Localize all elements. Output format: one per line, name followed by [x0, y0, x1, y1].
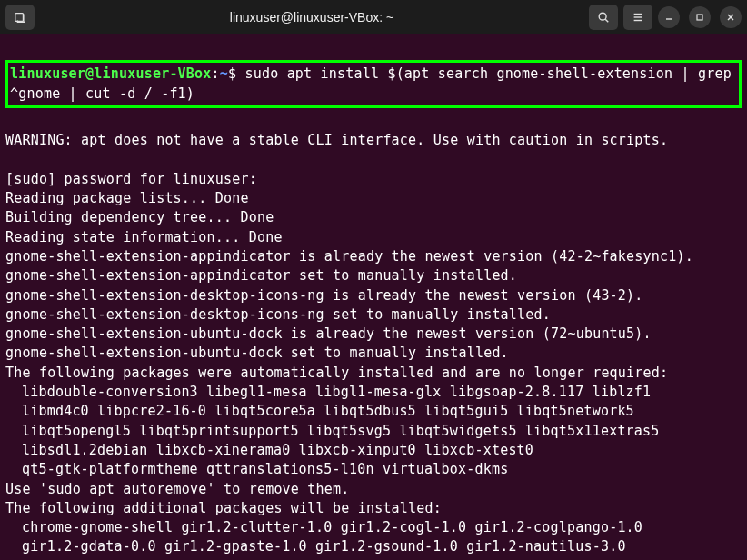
output-line: Reading package lists... Done [5, 190, 249, 206]
minimize-button[interactable] [658, 6, 680, 28]
output-line: Use 'sudo apt autoremove' to remove them… [5, 481, 349, 497]
output-line: gnome-shell-extension-appindicator set t… [5, 267, 517, 284]
output-line: gnome-shell-extension-desktop-icons-ng s… [5, 306, 551, 323]
output-line: gnome-shell-extension-ubuntu-dock is alr… [5, 325, 652, 342]
prompt-colon: : [212, 65, 220, 82]
prompt-user: linuxuser [10, 65, 85, 82]
output-line: The following additional packages will b… [5, 500, 442, 516]
output-line: gnome-shell-extension-desktop-icons-ng i… [5, 287, 643, 304]
svg-rect-7 [697, 15, 702, 20]
output-line: chrome-gnome-shell gir1.2-clutter-1.0 gi… [5, 518, 742, 537]
menu-button[interactable] [623, 5, 652, 30]
svg-rect-0 [15, 13, 24, 21]
close-button[interactable] [720, 6, 742, 28]
search-button[interactable] [589, 5, 618, 30]
new-tab-button[interactable] [5, 5, 35, 30]
svg-point-1 [599, 13, 606, 20]
output-line: Reading state information... Done [5, 229, 283, 245]
output-line: gnome-shell-extension-appindicator is al… [5, 248, 693, 265]
prompt-path: ~ [220, 65, 228, 82]
prompt-at: @ [85, 65, 94, 82]
prompt-dollar: $ [228, 65, 236, 82]
prompt-host: linuxuser-VBox [94, 65, 211, 82]
output-line: The following packages were automaticall… [5, 365, 668, 381]
output-line: libdouble-conversion3 libegl1-mesa libgl… [5, 383, 742, 402]
output-line: [sudo] password for linuxuser: [5, 171, 257, 187]
output-line: gnome-shell-extension-ubuntu-dock set to… [5, 345, 509, 361]
output-line: libsdl1.2debian libxcb-xinerama0 libxcb-… [5, 441, 742, 460]
output-line: libqt5opengl5 libqt5printsupport5 libqt5… [5, 422, 742, 441]
output-line: libmd4c0 libpcre2-16-0 libqt5core5a libq… [5, 402, 742, 421]
output-line: WARNING: apt does not have a stable CLI … [5, 132, 668, 148]
output-line: qt5-gtk-platformtheme qttranslations5-l1… [5, 460, 742, 479]
svg-line-2 [605, 19, 608, 22]
output-line: gir1.2-gdata-0.0 gir1.2-gpaste-1.0 gir1.… [5, 537, 742, 556]
terminal-output-area[interactable]: linuxuser@linuxuser-VBox:~$ sudo apt ins… [0, 34, 747, 560]
maximize-button[interactable] [689, 6, 711, 28]
command-highlight-box: linuxuser@linuxuser-VBox:~$ sudo apt ins… [5, 60, 742, 108]
titlebar: linuxuser@linuxuser-VBox: ~ [0, 0, 747, 34]
window-title: linuxuser@linuxuser-VBox: ~ [40, 10, 583, 25]
output-line: Building dependency tree... Done [5, 209, 274, 225]
